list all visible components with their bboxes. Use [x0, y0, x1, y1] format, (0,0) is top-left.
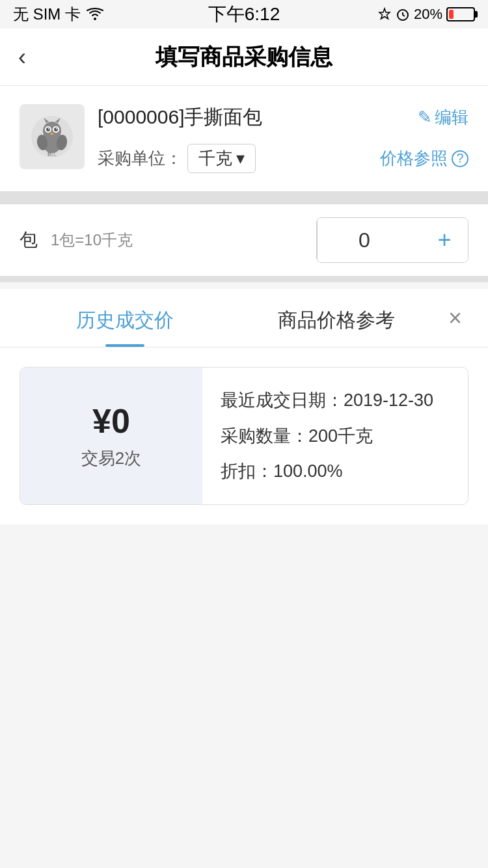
tabs-panel: 历史成交价 商品价格参考 × ¥0 交易2次 最近成交日期：2019-12-30…: [0, 289, 488, 524]
status-left: 无 SIM 卡: [13, 4, 104, 25]
battery-icon: [446, 7, 475, 21]
quantity-control: +: [316, 217, 468, 263]
dropdown-arrow-icon: ▾: [236, 148, 245, 169]
nav-bar: ‹ 填写商品采购信息: [0, 29, 488, 86]
history-price-content: ¥0 交易2次 最近成交日期：2019-12-30 采购数量：200千克 折扣：…: [0, 347, 488, 524]
back-button[interactable]: ‹: [18, 44, 26, 71]
unit-label: 采购单位： 千克 ▾: [98, 144, 256, 173]
quantity-plus-button[interactable]: +: [421, 218, 468, 262]
wifi-icon: [86, 8, 104, 21]
quantity-input[interactable]: [317, 218, 421, 262]
location-icon: [377, 7, 392, 21]
price-card: ¥0 交易2次 最近成交日期：2019-12-30 采购数量：200千克 折扣：…: [20, 367, 468, 505]
quantity-row-detail: 采购数量：200千克: [221, 423, 450, 450]
price-ref-button[interactable]: 价格参照 ?: [380, 147, 468, 170]
content-area: [0, 524, 488, 869]
product-unit-row: 采购单位： 千克 ▾ 价格参照 ?: [98, 144, 468, 173]
unit-hint: 1包=10千克: [51, 230, 133, 251]
unit-badge: 包: [20, 228, 38, 252]
status-right: 20%: [377, 6, 475, 23]
tab-close-button[interactable]: ×: [442, 305, 468, 332]
status-bar: 无 SIM 卡 下午6:12 20%: [0, 0, 488, 29]
sim-text: 无 SIM 卡: [13, 4, 81, 25]
product-logo: 数汇: [29, 114, 75, 159]
quantity-row: 包 1包=10千克 +: [0, 204, 488, 276]
page-title: 填写商品采购信息: [156, 42, 332, 72]
svg-point-12: [56, 128, 57, 129]
tab-history-price[interactable]: 历史成交价: [20, 289, 230, 347]
edit-icon: ✎: [418, 107, 432, 128]
svg-point-9: [46, 128, 50, 131]
trade-count: 交易2次: [81, 447, 141, 470]
recent-date-row: 最近成交日期：2019-12-30: [221, 387, 450, 414]
section-divider: [0, 191, 488, 204]
help-icon: ?: [452, 150, 468, 167]
product-name: [0000006]手撕面包: [98, 104, 262, 131]
discount-row: 折扣：100.00%: [221, 458, 450, 485]
battery-percent: 20%: [414, 6, 442, 23]
tab-product-price-ref[interactable]: 商品价格参考: [230, 289, 441, 347]
divider-2: [0, 276, 488, 282]
edit-button[interactable]: ✎ 编辑: [418, 106, 468, 129]
unit-select[interactable]: 千克 ▾: [187, 144, 256, 173]
price-amount: ¥0: [92, 401, 130, 441]
svg-point-0: [94, 18, 96, 20]
product-image: 数汇: [20, 104, 85, 169]
product-info: [0000006]手撕面包 ✎ 编辑 采购单位： 千克 ▾ 价格参照 ?: [98, 104, 468, 173]
status-time: 下午6:12: [208, 2, 280, 27]
product-card: 数汇 [0000006]手撕面包 ✎ 编辑 采购单位： 千克 ▾ 价格参照: [0, 86, 488, 191]
svg-point-11: [48, 128, 49, 129]
tabs-header: 历史成交价 商品价格参考 ×: [0, 289, 488, 347]
price-left-panel: ¥0 交易2次: [20, 368, 202, 504]
price-right-panel: 最近成交日期：2019-12-30 采购数量：200千克 折扣：100.00%: [202, 368, 468, 504]
svg-line-3: [403, 15, 405, 16]
svg-text:数汇: 数汇: [47, 152, 57, 156]
svg-point-10: [54, 128, 58, 131]
product-header: [0000006]手撕面包 ✎ 编辑: [98, 104, 468, 131]
alarm-icon: [396, 7, 410, 21]
